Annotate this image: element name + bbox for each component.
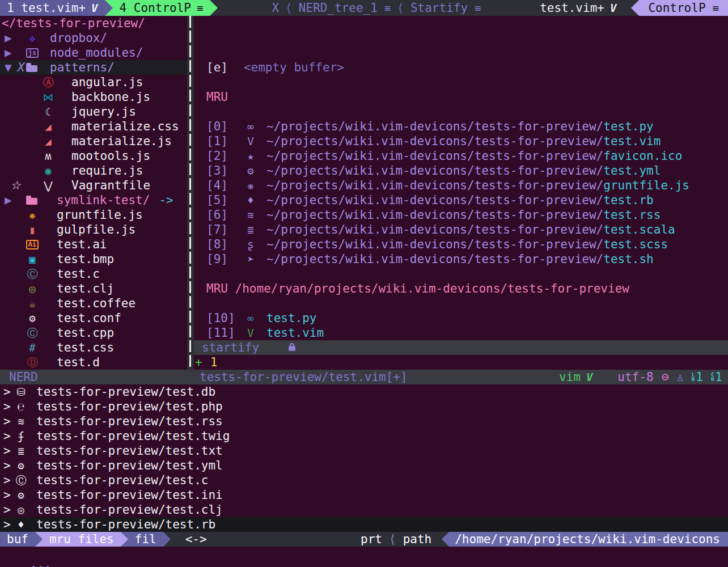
tree-item[interactable]: Ai test.ai <box>0 237 187 252</box>
result-marker: > <box>0 458 14 473</box>
file-name: test.d <box>57 355 100 370</box>
powerline-arrow-icon <box>210 0 218 16</box>
expander-arrow-icon[interactable]: ▼ <box>5 60 12 75</box>
ctrlp-result-row[interactable]: > ◎ tests-for-preview/test.clj <box>0 502 728 517</box>
file-name: materialize.js <box>71 134 172 149</box>
testvim-buffer-line: + 1 <box>194 355 728 370</box>
tree-item[interactable]: ⋈ backbone.js <box>0 90 187 104</box>
powerline-arrow-icon <box>105 0 113 16</box>
diff-add-sign: + <box>195 355 202 370</box>
sort-order-indicator[interactable]: <-> <box>185 532 207 547</box>
tree-item[interactable]: Ⓐ angular.js <box>0 75 187 90</box>
file-name: test.coffee <box>57 296 136 311</box>
result-marker: > <box>0 502 14 517</box>
mode-mru-files-segment[interactable]: mru files <box>43 532 121 547</box>
result-marker: > <box>0 443 14 458</box>
tree-item[interactable]: ▶ js node_modules/ <box>0 45 187 60</box>
favicon-star-icon: ★ <box>242 149 260 163</box>
ctrlp-result-row[interactable]: > ⛁ tests-for-preview/test.db <box>0 384 728 399</box>
ctrlp-result-row[interactable]: > ⚙ tests-for-preview/test.ini <box>0 488 728 502</box>
backbone-icon: ⋈ <box>41 90 56 104</box>
file-name: gulpfile.js <box>57 222 136 237</box>
file-name: patterns/ <box>50 60 115 75</box>
mode-buf-segment[interactable]: buf <box>0 532 35 547</box>
ctrlp-result-row[interactable]: > ≣ tests-for-preview/test.txt <box>0 443 728 458</box>
entry-filename: test.rb <box>603 193 654 207</box>
mru-entry[interactable]: [8] ʂ ~/projects/wiki.vim-devicons/tests… <box>194 237 728 252</box>
gulp-icon: ▮ <box>25 222 40 237</box>
tab-controlp-active[interactable]: 4 ControlP ≡ <box>113 0 210 16</box>
tree-item[interactable]: Ⓓ test.d <box>0 355 187 370</box>
ctrlp-prompt-input[interactable]: >>> _ <box>0 547 728 567</box>
tabline: 1 test.vim+ V 4 ControlP ≡ X ⟨ NERD_tree… <box>0 0 728 16</box>
python-icon: ∞ <box>242 119 260 134</box>
tree-item[interactable]: ▮ gulpfile.js <box>0 222 187 237</box>
tree-item[interactable]: ▣ test.bmp <box>0 252 187 266</box>
tree-item[interactable]: ▼ X patterns/ <box>0 60 187 75</box>
tree-item[interactable]: ◢ materialize.js <box>0 134 187 149</box>
tree-item[interactable]: ▶ ❖ dropbox/ <box>0 31 187 45</box>
powerline-arrow-icon <box>631 0 639 16</box>
mru-entry[interactable]: [7] ≣ ~/projects/wiki.vim-devicons/tests… <box>194 222 728 237</box>
result-marker: > <box>0 429 14 443</box>
result-path: tests-for-preview/test.ini <box>36 488 223 502</box>
tab-test-vim[interactable]: 1 test.vim+ V <box>0 0 105 16</box>
prt-label: prt <box>361 532 382 547</box>
entry-path: ~/projects/wiki.vim-devicons/tests-for-p… <box>266 193 654 208</box>
mru-entry[interactable]: [11] V test.vim <box>194 325 728 340</box>
tree-item[interactable]: Ⓒ test.c <box>0 266 187 281</box>
mode-fil-segment[interactable]: fil <box>128 532 163 547</box>
mru-section-header: MRU <box>194 90 728 104</box>
jquery-icon: ☾ <box>41 104 56 119</box>
mru-entry[interactable]: [1] V ~/projects/wiki.vim-devicons/tests… <box>194 134 728 149</box>
tree-item[interactable]: ☾ jquery.js <box>0 104 187 119</box>
tree-item[interactable]: ◎ test.clj <box>0 281 187 296</box>
tree-item[interactable]: ◢ materialize.css <box>0 119 187 134</box>
database-icon: ⛁ <box>14 384 28 399</box>
powerline-arrow-icon <box>35 532 43 547</box>
mru-entry[interactable]: [0] ∞ ~/projects/wiki.vim-devicons/tests… <box>194 119 728 134</box>
mru-entry[interactable]: [10] ∞ test.py <box>194 311 728 325</box>
ctrlp-result-row[interactable]: > ℮ tests-for-preview/test.php <box>0 399 728 414</box>
tree-item[interactable]: Ⓒ test.cpp <box>0 325 187 340</box>
tree-item[interactable]: ʍ mootools.js <box>0 149 187 163</box>
angular-icon: Ⓐ <box>41 75 56 90</box>
path-mode-label[interactable]: path <box>403 532 432 547</box>
buffer-nerdtree[interactable]: NERD_tree_1 ≡ <box>299 0 391 16</box>
ctrlp-result-row[interactable]: > ♦ tests-for-preview/test.rb <box>0 517 728 532</box>
expander-arrow-icon[interactable]: ▶ <box>5 193 12 208</box>
mru-entry[interactable]: [5] ♦ ~/projects/wiki.vim-devicons/tests… <box>194 193 728 208</box>
tab-controlp-right[interactable]: ControlP ≡ <box>639 0 728 16</box>
startify-window: [e] <empty buffer> MRU [0] ∞ ~/projects/… <box>194 16 728 370</box>
mootools-icon: ʍ <box>41 149 56 163</box>
entry-path: ~/projects/wiki.vim-devicons/tests-for-p… <box>266 208 661 222</box>
tree-item[interactable]: ☆ ⋁ Vagrantfile <box>0 178 187 193</box>
window-split-separator[interactable] <box>187 16 194 370</box>
ctrlp-result-row[interactable]: > ⚙ tests-for-preview/test.yml <box>0 458 728 473</box>
buffer-startify[interactable]: Startify ≡ <box>410 0 481 16</box>
mru-entry[interactable]: [3] ⚙ ~/projects/wiki.vim-devicons/tests… <box>194 163 728 178</box>
expander-arrow-icon[interactable]: ▶ <box>5 31 12 45</box>
tree-root[interactable]: </tests-for-preview/ <box>0 16 187 31</box>
ctrlp-result-row[interactable]: > ʄ tests-for-preview/test.twig <box>0 429 728 443</box>
tree-item[interactable]: ⚙ test.conf <box>0 311 187 325</box>
tree-item[interactable]: ❋ gruntfile.js <box>0 208 187 222</box>
tree-item[interactable]: ▶ symlink-test/ -> <box>0 193 187 208</box>
mru-entry[interactable]: [9] ➤ ~/projects/wiki.vim-devicons/tests… <box>194 252 728 266</box>
mru-entry[interactable]: [6] ≋ ~/projects/wiki.vim-devicons/tests… <box>194 208 728 222</box>
ctrlp-result-row[interactable]: > Ⓒ tests-for-preview/test.c <box>0 473 728 488</box>
entry-label: <empty buffer> <box>244 60 344 75</box>
powerline-arrow-icon <box>163 532 171 547</box>
entry-path: ~/projects/wiki.vim-devicons/tests-for-p… <box>266 163 661 178</box>
ctrlp-result-row[interactable]: > ≋ tests-for-preview/test.rss <box>0 414 728 429</box>
expander-arrow-icon[interactable]: ▶ <box>5 45 12 60</box>
tree-item[interactable]: ◉ require.js <box>0 163 187 178</box>
tree-item[interactable]: ☕ test.coffee <box>0 296 187 311</box>
mru-entry[interactable]: [2] ★ ~/projects/wiki.vim-devicons/tests… <box>194 149 728 163</box>
close-buffer-button[interactable]: X <box>272 0 279 16</box>
symlink-arrow: -> <box>159 193 173 208</box>
vim-icon: V <box>91 0 98 16</box>
tree-item[interactable]: # test.css <box>0 340 187 355</box>
startify-empty-buffer[interactable]: [e] <empty buffer> <box>194 60 728 75</box>
mru-entry[interactable]: [4] ❋ ~/projects/wiki.vim-devicons/tests… <box>194 178 728 193</box>
